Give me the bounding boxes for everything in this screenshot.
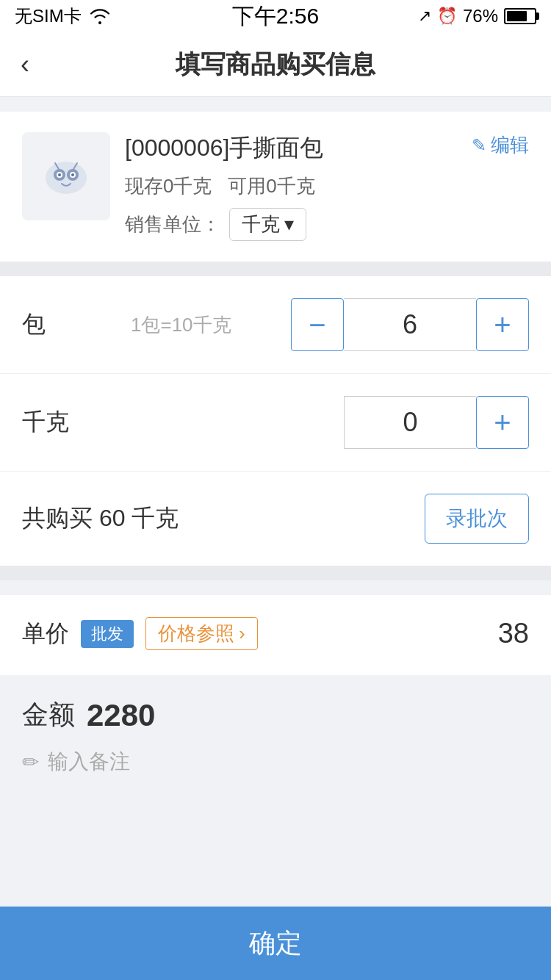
- svg-point-6: [71, 173, 74, 176]
- price-row: 单价 批发 价格参照 › 38: [22, 617, 529, 650]
- amount-value: 2280: [87, 698, 155, 733]
- amount-label: 金额: [22, 697, 75, 733]
- price-ref-label: 价格参照: [158, 621, 234, 646]
- status-right: ↗ ⏰ 76%: [418, 6, 536, 26]
- package-quantity-control: − +: [291, 298, 529, 351]
- pencil-icon: ✏: [22, 750, 39, 774]
- divider-2: [0, 566, 551, 580]
- alarm-icon: ⏰: [437, 7, 457, 26]
- carrier-label: 无SIM卡: [15, 4, 82, 28]
- kg-plus-button[interactable]: +: [476, 396, 529, 449]
- edit-button[interactable]: ✎ 编辑: [472, 132, 529, 158]
- kg-quantity-control: +: [344, 396, 529, 449]
- product-image: [22, 132, 110, 220]
- record-batch-button[interactable]: 录批次: [425, 494, 529, 544]
- price-ref-icon: ›: [239, 622, 245, 645]
- package-label: 包: [22, 309, 125, 341]
- input-section: 包 1包=10千克 − + 千克 +: [0, 276, 551, 472]
- note-placeholder: 输入备注: [48, 748, 130, 776]
- page-title: 填写商品购买信息: [176, 48, 375, 82]
- product-name: [0000006]手撕面包: [125, 132, 529, 165]
- note-row[interactable]: ✏ 输入备注: [22, 748, 529, 776]
- back-button[interactable]: ‹: [21, 49, 29, 80]
- summary-row: 共购买 60 千克 录批次: [0, 472, 551, 566]
- wifi-icon: [89, 8, 111, 24]
- package-plus-button[interactable]: +: [476, 298, 529, 351]
- price-section: 单价 批发 价格参照 › 38: [0, 595, 551, 675]
- kg-input-row: 千克 +: [0, 374, 551, 472]
- battery-icon: [504, 8, 536, 24]
- owl-logo: [40, 154, 92, 198]
- unit-select[interactable]: 千克 ▾: [229, 208, 306, 241]
- product-stock: 现存0千克 可用0千克: [125, 173, 529, 199]
- amount-section: 金额 2280 ✏ 输入备注: [0, 675, 551, 790]
- kg-label: 千克: [22, 406, 125, 439]
- product-info: [0000006]手撕面包 现存0千克 可用0千克 销售单位： 千克 ▾: [125, 132, 529, 241]
- amount-row: 金额 2280: [22, 697, 529, 733]
- price-reference-button[interactable]: 价格参照 ›: [145, 617, 258, 650]
- product-unit-row: 销售单位： 千克 ▾: [125, 208, 529, 241]
- svg-point-0: [46, 162, 87, 194]
- status-bar: 无SIM卡 下午2:56 ↗ ⏰ 76%: [0, 0, 551, 32]
- edit-label: 编辑: [491, 132, 529, 158]
- package-input-row: 包 1包=10千克 − +: [0, 276, 551, 374]
- product-card: [0000006]手撕面包 现存0千克 可用0千克 销售单位： 千克 ▾ ✎ 编…: [0, 112, 551, 262]
- svg-point-5: [58, 173, 61, 176]
- battery-label: 76%: [463, 6, 498, 26]
- package-hint: 1包=10千克: [131, 312, 231, 338]
- price-label: 单价: [22, 618, 69, 650]
- edit-icon: ✎: [472, 135, 486, 156]
- status-left: 无SIM卡: [15, 4, 111, 28]
- status-time: 下午2:56: [232, 1, 319, 32]
- location-icon: ↗: [418, 7, 431, 26]
- price-value: 38: [498, 618, 529, 649]
- summary-text: 共购买 60 千克: [22, 502, 179, 535]
- kg-quantity-input[interactable]: [344, 396, 476, 449]
- confirm-button[interactable]: 确定: [0, 907, 551, 980]
- divider-1: [0, 262, 551, 276]
- package-quantity-input[interactable]: [344, 298, 476, 351]
- price-type-tag: 批发: [81, 620, 134, 648]
- package-minus-button[interactable]: −: [291, 298, 344, 351]
- nav-bar: ‹ 填写商品购买信息: [0, 32, 551, 97]
